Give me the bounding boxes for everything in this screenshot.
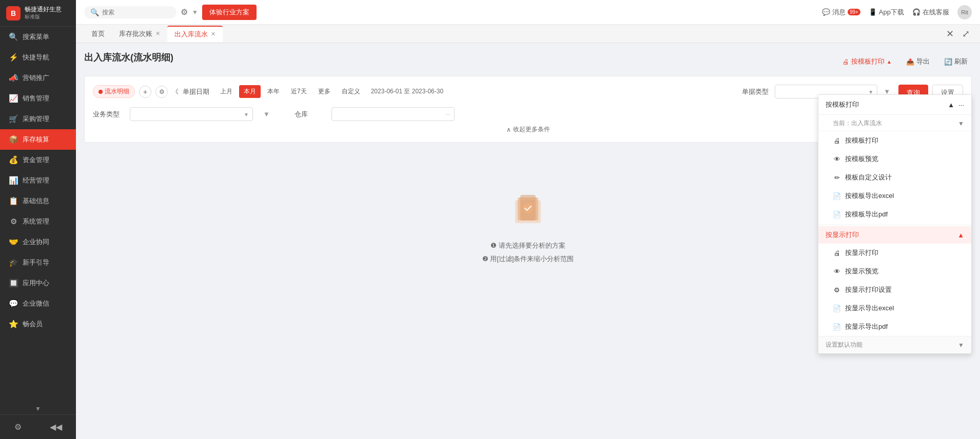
user-profile-item[interactable]: Rit — [957, 5, 972, 19]
dropdown-item-template-print[interactable]: 🖨 按模板打印 — [818, 131, 971, 150]
app-download-item[interactable]: 📱 App下载 — [869, 8, 904, 17]
tabs-bar: 首页 库存批次账 ✕ 出入库流水 ✕ ✕ ⤢ — [76, 25, 980, 43]
industry-solution-button[interactable]: 体验行业方案 — [202, 5, 257, 20]
sidebar-item-inventory[interactable]: 📦 库存核算 — [0, 129, 76, 150]
wechat-icon: 💬 — [8, 298, 18, 309]
collapse-button[interactable]: ∧ 收起更多条件 — [506, 125, 550, 134]
filter-settings-button[interactable]: ⚙ — [155, 86, 168, 98]
dropdown-footer-chevron-icon: ▼ — [958, 342, 964, 349]
cart-icon: 🛒 — [8, 114, 18, 124]
sidebar-scroll-down-arrow[interactable]: ▼ — [0, 403, 76, 414]
dropdown-item-display-preview[interactable]: 👁 按显示预览 — [818, 262, 971, 281]
refresh-button[interactable]: 🔄 刷新 — [940, 55, 972, 68]
sidebar-item-collab[interactable]: 🤝 企业协同 — [0, 232, 76, 252]
active-filter-tag[interactable]: 流水明细 — [93, 85, 135, 98]
sidebar-item-label: 畅会员 — [23, 320, 43, 329]
dropdown-section-display[interactable]: 按显示打印 ▲ — [818, 226, 971, 244]
pdf-icon: 📄 — [833, 210, 841, 218]
sidebar-item-member[interactable]: ⭐ 畅会员 — [0, 314, 76, 334]
tab-close-icon[interactable]: ✕ — [155, 30, 160, 37]
export-button[interactable]: 📤 导出 — [902, 55, 934, 68]
dropdown-item-display-pdf[interactable]: 📄 按显示导出pdf — [818, 317, 971, 336]
page-content: 出入库流水(流水明细) 🖨 按模板打印 ▲ 📤 导出 🔄 刷新 — [76, 43, 980, 439]
message-item[interactable]: 💬 消息 99+ — [822, 8, 860, 17]
dropdown-item-template-pdf[interactable]: 📄 按模板导出pdf — [818, 205, 971, 224]
tabs-actions: ✕ ⤢ — [944, 27, 972, 41]
sidebar-settings-btn[interactable]: ⚙ — [10, 420, 26, 434]
sidebar-item-system[interactable]: ⚙ 系统管理 — [0, 211, 76, 232]
dropdown-item-display-settings[interactable]: ⚙ 按显示打印设置 — [818, 281, 971, 299]
sidebar-item-wechat[interactable]: 💬 企业微信 — [0, 293, 76, 314]
tab-close-active-icon[interactable]: ✕ — [211, 31, 215, 37]
warehouse-input[interactable] — [331, 107, 455, 121]
dropdown-item-display-excel[interactable]: 📄 按显示导出excel — [818, 299, 971, 317]
sidebar-item-marketing[interactable]: 📣 营销推广 — [0, 68, 76, 88]
online-service-label: 在线客服 — [923, 8, 949, 17]
eye-icon: 👁 — [833, 155, 841, 163]
print-template-label: 按模板打印 — [851, 57, 885, 66]
sidebar-item-label: 应用中心 — [23, 278, 49, 288]
dropdown-header-actions: ▲ ··· — [948, 101, 964, 109]
export-label: 导出 — [916, 57, 930, 66]
date-filter-label: 单据日期 — [183, 87, 211, 96]
search-input[interactable] — [102, 9, 164, 16]
app-download-label: App下载 — [879, 8, 904, 17]
header-search-box[interactable]: 🔍 — [84, 6, 177, 18]
biz-type-label: 业务类型 — [93, 110, 122, 119]
headset-icon: 🎧 — [912, 8, 920, 16]
sidebar-item-label: 销售管理 — [23, 94, 49, 103]
printer-icon: 🖨 — [833, 249, 841, 257]
warehouse-more-icon[interactable]: ··· — [445, 110, 450, 118]
sidebar-item-guide[interactable]: 🎓 新手引导 — [0, 252, 76, 273]
phone-icon: 📱 — [869, 8, 877, 16]
biz-type-select-wrapper — [130, 107, 253, 121]
header-left: 🔍 ⚙ ▼ 体验行业方案 — [84, 5, 822, 20]
filter-add-button[interactable]: + — [139, 86, 151, 98]
sidebar-item-shortcuts[interactable]: ⚡ 快捷导航 — [0, 47, 76, 68]
biz-type-select[interactable] — [130, 107, 253, 121]
sidebar-item-search[interactable]: 🔍 搜索菜单 — [0, 27, 76, 47]
sidebar-collapse-btn[interactable]: ◀◀ — [46, 420, 66, 434]
sidebar-item-label: 快捷导航 — [23, 53, 49, 62]
dropdown-item-template-excel[interactable]: 📄 按模板导出excel — [818, 187, 971, 205]
online-service-item[interactable]: 🎧 在线客服 — [912, 8, 949, 17]
sidebar-item-finance[interactable]: 💰 资金管理 — [0, 150, 76, 170]
sidebar-item-sales[interactable]: 📈 销售管理 — [0, 88, 76, 109]
date-btn-more[interactable]: 更多 — [313, 85, 335, 98]
printer-icon: 🖨 — [842, 58, 849, 66]
dropdown-chevron-icon[interactable]: ▲ — [948, 101, 954, 109]
dropdown-item-template-design[interactable]: ✏ 模板自定义设计 — [818, 168, 971, 187]
sidebar-item-label: 系统管理 — [23, 217, 49, 226]
settings-icon[interactable]: ⚙ — [181, 7, 188, 17]
date-btn-7days[interactable]: 近7天 — [286, 85, 311, 98]
tab-home[interactable]: 首页 — [84, 26, 112, 42]
user-name: Rit — [961, 9, 968, 15]
sidebar-item-basic[interactable]: 📋 基础信息 — [0, 191, 76, 211]
dropdown-item-template-preview[interactable]: 👁 按模板预览 — [818, 150, 971, 168]
dropdown-arrow-icon[interactable]: ▼ — [192, 9, 198, 16]
sidebar-item-operations[interactable]: 📊 经营管理 — [0, 170, 76, 191]
dropdown-item-display-print[interactable]: 🖨 按显示打印 — [818, 244, 971, 262]
date-btn-custom[interactable]: 自定义 — [337, 85, 365, 98]
tab-inventory-batch[interactable]: 库存批次账 ✕ — [112, 26, 167, 42]
tab-stock-flow[interactable]: 出入库流水 ✕ — [167, 26, 223, 42]
dropdown-footer[interactable]: 设置默认功能 ▼ — [818, 336, 971, 353]
print-template-button[interactable]: 🖨 按模板打印 ▲ — [838, 55, 896, 68]
warehouse-label: 仓库 — [295, 110, 323, 119]
tab-home-label: 首页 — [91, 29, 105, 38]
dropdown-more-icon[interactable]: ··· — [958, 101, 964, 109]
sidebar-item-apps[interactable]: 🔲 应用中心 — [0, 273, 76, 293]
date-btn-this-year[interactable]: 本年 — [263, 85, 284, 98]
sidebar-item-purchase[interactable]: 🛒 采购管理 — [0, 109, 76, 129]
tabs-expand-button[interactable]: ⤢ — [960, 27, 972, 41]
date-btn-this-month[interactable]: 本月 — [239, 85, 261, 98]
sidebar-item-label: 资金管理 — [23, 155, 49, 165]
printer-icon: 🖨 — [833, 136, 841, 145]
tabs-close-button[interactable]: ✕ — [944, 27, 956, 41]
main-area: 🔍 ⚙ ▼ 体验行业方案 💬 消息 99+ 📱 App下载 🎧 在线客服 — [76, 0, 980, 439]
pdf-icon: 📄 — [833, 323, 841, 331]
current-template-chevron-icon[interactable]: ▼ — [958, 120, 964, 127]
biz-type-chevron-icon[interactable]: ▼ — [263, 110, 270, 118]
filter-collapse-icon[interactable]: 《 — [172, 87, 179, 96]
date-btn-last-month[interactable]: 上月 — [215, 85, 237, 98]
